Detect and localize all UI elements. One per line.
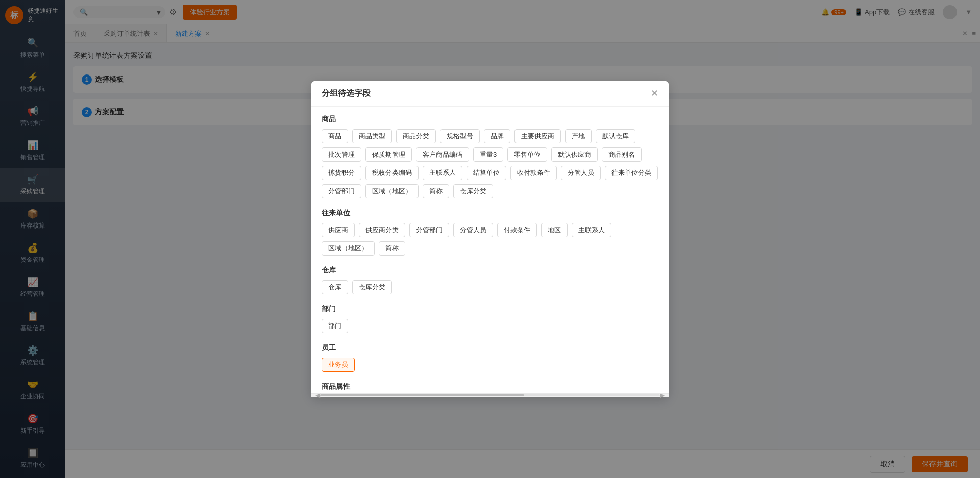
field-tag-仓库分类[interactable]: 仓库分类	[352, 280, 392, 294]
field-tag-供应商[interactable]: 供应商	[322, 223, 355, 237]
field-tag-零售单位[interactable]: 零售单位	[507, 147, 547, 162]
field-tag-商品别名[interactable]: 商品别名	[602, 147, 642, 162]
field-tag-默认供应商[interactable]: 默认供应商	[551, 147, 598, 162]
section-往来单位: 往来单位供应商供应商分类分管部门分管人员付款条件地区主联系人区域（地区）简称	[322, 209, 658, 256]
field-tag-分管部门[interactable]: 分管部门	[409, 223, 449, 237]
dialog-body: 商品商品商品类型商品分类规格型号品牌主要供应商产地默认仓库批次管理保质期管理客户…	[311, 107, 669, 393]
section-商品属性: 商品属性属性颜色多规格尺码鞋码1	[322, 382, 658, 393]
field-tag-保质期管理[interactable]: 保质期管理	[365, 147, 412, 162]
scroll-track	[320, 394, 660, 396]
field-tag-收付款条件[interactable]: 收付款条件	[510, 166, 557, 180]
field-tag-付款条件[interactable]: 付款条件	[497, 223, 537, 237]
section-title: 往来单位	[322, 209, 658, 218]
field-tag-默认仓库[interactable]: 默认仓库	[596, 129, 635, 143]
section-部门: 部门部门	[322, 305, 658, 333]
field-tag-主联系人[interactable]: 主联系人	[423, 166, 462, 180]
section-title: 部门	[322, 305, 658, 314]
field-tag-主要供应商[interactable]: 主要供应商	[514, 129, 561, 143]
field-tag-分管人员[interactable]: 分管人员	[561, 166, 601, 180]
section-title: 仓库	[322, 266, 658, 275]
section-title: 商品	[322, 115, 658, 124]
field-tag-区域（地区）[interactable]: 区域（地区）	[322, 241, 375, 256]
scroll-right-arrow[interactable]: ▶	[660, 392, 665, 399]
section-商品: 商品商品商品类型商品分类规格型号品牌主要供应商产地默认仓库批次管理保质期管理客户…	[322, 115, 658, 198]
field-tag-商品分类[interactable]: 商品分类	[396, 129, 436, 143]
field-tag-业务员[interactable]: 业务员	[322, 358, 355, 372]
field-tags-container: 部门	[322, 319, 658, 333]
field-tag-重量3[interactable]: 重量3	[473, 147, 503, 162]
scroll-left-arrow[interactable]: ◀	[315, 392, 320, 399]
field-tag-简称[interactable]: 简称	[423, 184, 449, 198]
field-tags-container: 商品商品类型商品分类规格型号品牌主要供应商产地默认仓库批次管理保质期管理客户商品…	[322, 129, 658, 198]
field-tag-客户商品编码[interactable]: 客户商品编码	[416, 147, 469, 162]
field-tag-部门[interactable]: 部门	[322, 319, 348, 333]
section-title: 员工	[322, 343, 658, 353]
field-tag-税收分类编码[interactable]: 税收分类编码	[365, 166, 419, 180]
field-tag-简称[interactable]: 简称	[379, 241, 405, 256]
dialog-header: 分组待选字段 ✕	[311, 81, 669, 107]
field-tag-结算单位[interactable]: 结算单位	[467, 166, 506, 180]
field-tag-分管部门[interactable]: 分管部门	[322, 184, 361, 198]
field-tag-规格型号[interactable]: 规格型号	[440, 129, 480, 143]
field-tag-仓库[interactable]: 仓库	[322, 280, 348, 294]
dialog-title: 分组待选字段	[322, 88, 371, 99]
scroll-thumb	[320, 394, 524, 396]
field-tag-批次管理[interactable]: 批次管理	[322, 147, 361, 162]
field-tag-仓库分类[interactable]: 仓库分类	[453, 184, 493, 198]
field-tag-往来单位分类[interactable]: 往来单位分类	[605, 166, 658, 180]
section-title: 商品属性	[322, 382, 658, 391]
field-tag-供应商分类[interactable]: 供应商分类	[359, 223, 405, 237]
field-tag-商品类型[interactable]: 商品类型	[352, 129, 392, 143]
section-员工: 员工业务员	[322, 343, 658, 372]
field-tag-产地[interactable]: 产地	[565, 129, 592, 143]
field-tag-地区[interactable]: 地区	[541, 223, 568, 237]
field-tags-container: 业务员	[322, 358, 658, 372]
field-tag-区域（地区）[interactable]: 区域（地区）	[365, 184, 419, 198]
dialog-scroll-bar: ◀ ▶	[311, 393, 669, 397]
field-tags-container: 供应商供应商分类分管部门分管人员付款条件地区主联系人区域（地区）简称	[322, 223, 658, 256]
field-select-dialog: 分组待选字段 ✕ 商品商品商品类型商品分类规格型号品牌主要供应商产地默认仓库批次…	[311, 81, 669, 397]
field-tag-主联系人[interactable]: 主联系人	[572, 223, 611, 237]
field-tags-container: 仓库仓库分类	[322, 280, 658, 294]
field-tag-分管人员[interactable]: 分管人员	[453, 223, 493, 237]
field-tag-品牌[interactable]: 品牌	[484, 129, 510, 143]
close-icon[interactable]: ✕	[651, 89, 658, 98]
field-tag-拣货积分[interactable]: 拣货积分	[322, 166, 361, 180]
section-仓库: 仓库仓库仓库分类	[322, 266, 658, 294]
field-tag-商品[interactable]: 商品	[322, 129, 348, 143]
